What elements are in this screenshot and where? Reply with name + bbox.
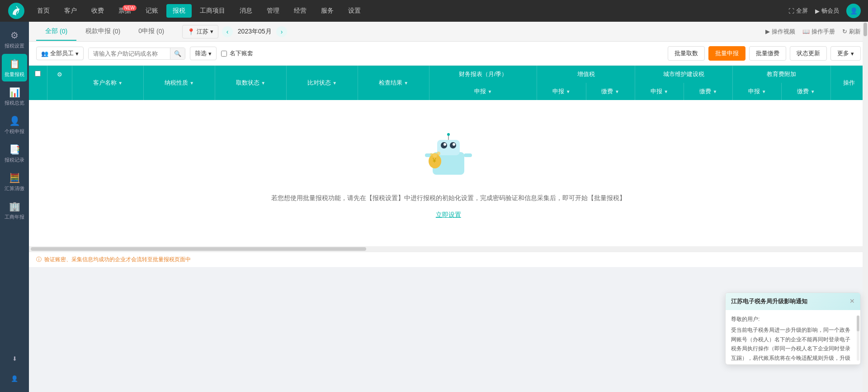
th-edu-pay: 缴费 ▼ xyxy=(782,83,830,100)
search-wrapper: 🔍 xyxy=(88,48,185,60)
nav-manage[interactable]: 管理 xyxy=(260,4,286,18)
nav-fee[interactable]: 收费 xyxy=(85,4,110,18)
nav-message[interactable]: 消息 xyxy=(233,4,259,18)
sidebar-item-annual-report[interactable]: 🏢 工商年报 xyxy=(2,196,27,224)
th-compare-status: 比对状态 ▼ xyxy=(286,66,358,100)
bottom-info: ⓘ 验证账密、采集信息均成功的企业才会流转至批量报税页面中 xyxy=(29,252,868,267)
city-pay-filter[interactable]: ▼ xyxy=(712,89,717,94)
svg-text:¥: ¥ xyxy=(432,157,436,164)
th-city-declare: 申报 ▼ xyxy=(635,83,684,100)
nav-service[interactable]: 服务 xyxy=(315,4,340,18)
comparestatus-filter-icon[interactable]: ▼ xyxy=(332,81,337,86)
checkresult-filter-icon[interactable]: ▼ xyxy=(404,81,408,86)
tab-tax-declare[interactable]: 税款申报 (0) xyxy=(76,23,129,41)
more-arrow-icon: ▾ xyxy=(851,50,854,57)
sidebar-item-tax-record[interactable]: 📑 报税记录 xyxy=(2,139,27,167)
vat-pay-filter[interactable]: ▼ xyxy=(615,89,619,94)
more-btn[interactable]: 更多 ▾ xyxy=(830,46,861,61)
tax-overview-icon: 📊 xyxy=(9,87,20,98)
th-financial-declare: 申报 ▼ xyxy=(429,83,537,100)
th-settings[interactable]: ⚙ xyxy=(47,66,72,83)
scroll-thumb[interactable] xyxy=(31,247,366,251)
nav-ticket[interactable]: 票据 NEW xyxy=(112,4,137,18)
search-input[interactable] xyxy=(89,48,170,59)
sidebar-bottom: ⬇ 👤 xyxy=(6,350,23,387)
refresh-btn[interactable]: ↻ 刷新 xyxy=(842,28,861,36)
batch-pay-btn[interactable]: 批量缴费 xyxy=(749,46,786,61)
vat-declare-filter[interactable]: ▼ xyxy=(566,89,571,94)
vertical-scrollbar[interactable] xyxy=(863,22,868,392)
th-city-construction-group: 城市维护建设税 xyxy=(635,66,732,83)
nav-right: ⛶ 全屏 ▶ 畅会员 👤 xyxy=(788,4,861,18)
location-icon: 📍 xyxy=(187,28,195,35)
checkbox-input[interactable] xyxy=(221,51,227,57)
notification-body: 尊敬的用户: 受当前电子税务局进一步升级的影响，同一个政务网账号（办税人）名下的… xyxy=(726,310,860,364)
th-fetch-status: 取数状态 ▼ xyxy=(215,66,286,100)
month-next-btn[interactable]: › xyxy=(276,26,287,37)
fin-declare-filter[interactable]: ▼ xyxy=(487,89,492,94)
operation-video-btn[interactable]: ▶ 操作视频 xyxy=(765,28,795,36)
download-btn[interactable]: ⬇ xyxy=(6,350,23,367)
tab-zero-declare[interactable]: 0申报 (0) xyxy=(129,23,173,41)
city-declare-filter[interactable]: ▼ xyxy=(664,89,668,94)
th-city-pay: 缴费 ▼ xyxy=(684,83,733,100)
nav-accounting[interactable]: 记账 xyxy=(139,4,165,18)
sidebar-item-batch-tax[interactable]: 📋 批量报税 xyxy=(2,54,27,81)
search-button[interactable]: 🔍 xyxy=(170,48,185,59)
filter-btn[interactable]: 筛选 ▾ xyxy=(190,47,217,60)
user-profile-btn[interactable]: 👤 xyxy=(6,370,23,387)
notification-header: 江苏电子税务局升级影响通知 ✕ xyxy=(726,293,860,310)
th-sub-empty2 xyxy=(47,83,72,100)
horizontal-scrollbar[interactable] xyxy=(29,246,868,252)
th-sub-empty1 xyxy=(29,83,47,100)
svg-point-8 xyxy=(447,133,450,136)
toolbar-right-actions: 批量取数 批量申报 批量缴费 状态更新 更多 ▾ xyxy=(668,46,861,61)
notification-content: 受当前电子税务局进一步升级的影响，同一个政务网账号（办税人）名下的企业不能再同时… xyxy=(731,325,855,364)
select-arrow-icon: ▾ xyxy=(75,50,79,57)
fetchstatus-filter-icon[interactable]: ▼ xyxy=(261,81,265,86)
tax-record-icon: 📑 xyxy=(9,144,20,155)
tab-all[interactable]: 全部 (0) xyxy=(36,23,76,41)
th-edu-declare: 申报 ▼ xyxy=(733,83,782,100)
operation-manual-btn[interactable]: 📖 操作手册 xyxy=(802,28,835,36)
sidebar-item-tax-overview[interactable]: 📊 报税总览 xyxy=(2,82,27,110)
settlement-icon: 🧮 xyxy=(9,172,20,183)
month-prev-btn[interactable]: ‹ xyxy=(222,26,233,37)
svg-point-14 xyxy=(437,152,440,155)
batch-fetch-btn[interactable]: 批量取数 xyxy=(668,46,705,61)
nav-settings[interactable]: 设置 xyxy=(342,4,367,18)
notification-close-btn[interactable]: ✕ xyxy=(849,297,855,305)
setup-link[interactable]: 立即设置 xyxy=(436,211,461,219)
status-update-btn[interactable]: 状态更新 xyxy=(790,46,827,61)
taxtype-filter-icon[interactable]: ▼ xyxy=(189,81,194,86)
nav-client[interactable]: 客户 xyxy=(58,4,83,18)
nav-home[interactable]: 首页 xyxy=(31,4,56,18)
th-vat-declare: 申报 ▼ xyxy=(537,83,586,100)
batch-declare-btn[interactable]: 批量申报 xyxy=(708,46,745,61)
month-navigator: 📍 江苏 ▾ ‹ 2023年05月 › xyxy=(182,25,287,38)
fullscreen-icon: ⛶ xyxy=(788,8,794,14)
nav-operation[interactable]: 经营 xyxy=(288,4,313,18)
nav-business[interactable]: 工商项目 xyxy=(193,4,231,18)
customer-filter-icon[interactable]: ▼ xyxy=(118,81,123,86)
nav-tax[interactable]: 报税 xyxy=(166,4,192,18)
th-tax-type: 纳税性质 ▼ xyxy=(143,66,215,100)
fullscreen-btn[interactable]: ⛶ 全屏 xyxy=(788,7,808,15)
employee-select[interactable]: 👥 全部员工 ▾ xyxy=(36,47,84,60)
v-scroll-thumb[interactable] xyxy=(863,23,867,36)
avatar[interactable]: 👤 xyxy=(846,4,861,18)
region-selector[interactable]: 📍 江苏 ▾ xyxy=(182,25,218,38)
sidebar-item-tax-settings[interactable]: ⚙ 报税设置 xyxy=(2,25,27,53)
sidebar-item-settlement[interactable]: 🧮 汇算清缴 xyxy=(2,168,27,196)
svg-point-5 xyxy=(443,143,446,146)
svg-point-13 xyxy=(433,153,437,158)
select-all-checkbox[interactable] xyxy=(35,71,41,76)
edu-pay-filter[interactable]: ▼ xyxy=(811,89,815,94)
top-navigation: 首页 客户 收费 票据 NEW 记账 报税 工商项目 消息 管理 经营 服务 设… xyxy=(0,0,868,22)
sidebar-item-personal-tax[interactable]: 👤 个税申报 xyxy=(2,111,27,139)
th-checkbox[interactable] xyxy=(29,66,47,83)
notification-title: 江苏电子税务局升级影响通知 xyxy=(731,297,807,306)
name-account-checkbox[interactable]: 名下账套 xyxy=(221,49,253,57)
member-btn[interactable]: ▶ 畅会员 xyxy=(815,7,839,15)
edu-declare-filter[interactable]: ▼ xyxy=(762,89,766,94)
